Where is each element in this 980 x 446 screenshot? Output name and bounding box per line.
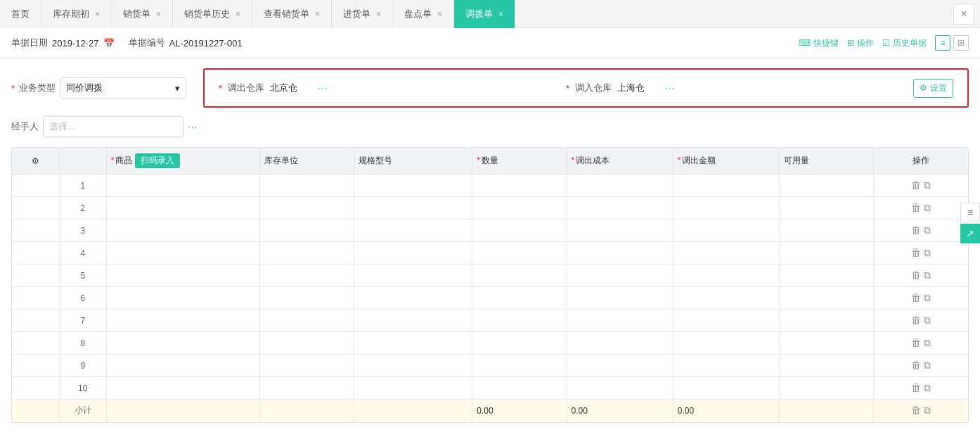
row-number-cell: 6: [59, 287, 106, 310]
shortcut-button[interactable]: ⌨ 快捷键: [799, 37, 839, 49]
tab-inventory-init-close[interactable]: ×: [95, 9, 100, 19]
row-amount-cell[interactable]: [673, 377, 779, 400]
row-cost-cell[interactable]: [567, 219, 673, 242]
row-amount-cell[interactable]: [673, 219, 779, 242]
row-copy-icon[interactable]: ⧉: [924, 247, 931, 258]
row-cost-cell[interactable]: [567, 332, 673, 355]
row-product-cell[interactable]: [106, 332, 259, 355]
handler-select[interactable]: 选择...: [43, 116, 183, 137]
row-delete-icon[interactable]: 🗑: [911, 359, 921, 371]
row-amount-cell[interactable]: [673, 355, 779, 377]
tab-sales-history[interactable]: 销货单历史 ×: [173, 0, 252, 28]
row-cost-cell[interactable]: [567, 197, 673, 219]
tab-sales-order-close[interactable]: ×: [156, 9, 161, 19]
row-amount-cell[interactable]: [673, 332, 779, 355]
row-cost-cell[interactable]: [567, 377, 673, 400]
row-copy-icon[interactable]: ⧉: [924, 269, 931, 281]
row-copy-icon[interactable]: ⧉: [924, 179, 931, 191]
row-delete-icon[interactable]: 🗑: [911, 202, 921, 213]
row-qty-cell[interactable]: [472, 287, 567, 310]
row-qty-cell[interactable]: [472, 219, 567, 242]
row-product-cell[interactable]: [106, 265, 259, 287]
tab-sales-history-close[interactable]: ×: [236, 9, 240, 19]
tab-transfer-order[interactable]: 调拨单 ×: [454, 0, 515, 28]
right-list-button[interactable]: ≡: [960, 203, 980, 222]
row-unit-cell: [260, 265, 354, 287]
col-gear[interactable]: ⚙: [12, 148, 59, 174]
tab-view-sales-close[interactable]: ×: [315, 9, 320, 19]
row-qty-cell[interactable]: [472, 355, 567, 377]
row-delete-icon[interactable]: 🗑: [911, 337, 921, 348]
row-product-cell[interactable]: [106, 242, 259, 265]
row-delete-icon[interactable]: 🗑: [911, 382, 921, 393]
handler-dots[interactable]: ···: [188, 121, 198, 132]
row-delete-icon[interactable]: 🗑: [911, 269, 921, 281]
tab-purchase-order[interactable]: 进货单 ×: [332, 0, 393, 28]
calendar-icon[interactable]: 📅: [103, 38, 115, 49]
row-copy-icon[interactable]: ⧉: [924, 292, 931, 303]
row-product-cell[interactable]: [106, 355, 259, 377]
row-qty-cell[interactable]: [472, 242, 567, 265]
tab-inventory-check-close[interactable]: ×: [437, 9, 442, 19]
row-copy-icon[interactable]: ⧉: [924, 337, 931, 348]
scan-button[interactable]: 扫码录入: [135, 153, 180, 168]
row-product-cell[interactable]: [106, 400, 259, 422]
business-type-select[interactable]: 同价调拨 ▾: [60, 77, 186, 98]
tab-inventory-init[interactable]: 库存期初 ×: [41, 0, 112, 28]
row-amount-cell[interactable]: [673, 265, 779, 287]
out-warehouse-dots[interactable]: ···: [318, 82, 328, 94]
row-copy-icon[interactable]: ⧉: [924, 224, 931, 236]
row-product-cell[interactable]: [106, 287, 259, 310]
row-qty-cell[interactable]: [472, 310, 567, 332]
tab-view-sales[interactable]: 查看销货单 ×: [252, 0, 332, 28]
in-warehouse-dots[interactable]: ···: [665, 82, 676, 94]
row-copy-icon[interactable]: ⧉: [924, 314, 931, 326]
tab-purchase-order-close[interactable]: ×: [376, 9, 381, 19]
row-product-cell[interactable]: [106, 197, 259, 219]
row-amount-cell[interactable]: [673, 174, 779, 197]
tab-inventory-check[interactable]: 盘点单 ×: [393, 0, 454, 28]
row-delete-icon[interactable]: 🗑: [911, 179, 921, 191]
row-copy-icon[interactable]: ⧉: [924, 382, 931, 393]
layout-list-icon: ≡: [940, 38, 945, 48]
tab-transfer-order-close[interactable]: ×: [498, 9, 503, 19]
row-cost-cell[interactable]: [567, 242, 673, 265]
col-no: [59, 148, 106, 174]
layout-list-button[interactable]: ≡: [935, 35, 950, 51]
row-qty-cell[interactable]: [472, 197, 567, 219]
tab-home-label: 首页: [11, 8, 30, 20]
operate-button[interactable]: ⊞ 操作: [847, 37, 874, 49]
row-delete-icon[interactable]: 🗑: [911, 314, 921, 326]
row-amount-cell[interactable]: [673, 310, 779, 332]
row-product-cell[interactable]: [106, 174, 259, 197]
row-product-cell[interactable]: [106, 219, 259, 242]
row-qty-cell[interactable]: [472, 174, 567, 197]
row-amount-cell[interactable]: [673, 242, 779, 265]
row-product-cell[interactable]: [106, 310, 259, 332]
tab-bar-close-button[interactable]: ×: [953, 4, 974, 25]
row-delete-icon[interactable]: 🗑: [911, 224, 921, 236]
row-copy-icon[interactable]: ⧉: [924, 404, 931, 416]
row-cost-cell[interactable]: [567, 265, 673, 287]
row-delete-icon[interactable]: 🗑: [911, 404, 921, 416]
history-button[interactable]: ☑ 历史单据: [882, 37, 927, 49]
row-amount-cell[interactable]: [673, 287, 779, 310]
row-qty-cell[interactable]: [472, 332, 567, 355]
row-product-cell[interactable]: [106, 377, 259, 400]
row-qty-cell[interactable]: [472, 265, 567, 287]
row-cost-cell[interactable]: [567, 355, 673, 377]
row-delete-icon[interactable]: 🗑: [911, 292, 921, 303]
layout-grid-button[interactable]: ⊞: [953, 35, 969, 51]
row-copy-icon[interactable]: ⧉: [924, 202, 931, 213]
row-cost-cell[interactable]: [567, 310, 673, 332]
row-amount-cell[interactable]: [673, 197, 779, 219]
row-qty-cell[interactable]: [472, 377, 567, 400]
right-export-button[interactable]: ↗: [960, 224, 980, 243]
tab-sales-order[interactable]: 销货单 ×: [112, 0, 173, 28]
row-cost-cell[interactable]: [567, 287, 673, 310]
tab-home[interactable]: 首页: [0, 0, 41, 28]
settings-button[interactable]: ⚙ 设置: [913, 79, 953, 98]
row-cost-cell[interactable]: [567, 174, 673, 197]
row-copy-icon[interactable]: ⧉: [924, 359, 931, 371]
row-delete-icon[interactable]: 🗑: [911, 247, 921, 258]
